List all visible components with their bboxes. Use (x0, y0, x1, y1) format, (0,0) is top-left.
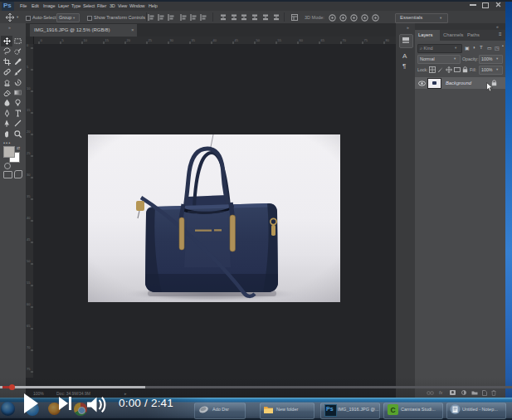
svg-text:30: 30 (27, 173, 31, 177)
svg-text:60: 60 (300, 38, 304, 42)
svg-text:25: 25 (27, 151, 31, 155)
svg-text:55: 55 (278, 38, 282, 42)
svg-text:80: 80 (386, 38, 390, 42)
svg-text:30: 30 (170, 38, 174, 42)
svg-text:75: 75 (364, 38, 368, 42)
svg-text:20: 20 (27, 129, 31, 134)
svg-text:25: 25 (149, 38, 153, 42)
svg-text:20: 20 (127, 38, 131, 42)
svg-text:5: 5 (27, 65, 29, 69)
svg-text:40: 40 (27, 216, 31, 220)
svg-text:65: 65 (27, 324, 31, 328)
svg-text:10: 10 (27, 86, 31, 90)
svg-text:75: 75 (27, 367, 31, 371)
svg-text:35: 35 (192, 38, 196, 42)
svg-text:15: 15 (105, 38, 110, 42)
svg-text:10: 10 (84, 38, 88, 42)
svg-text:60: 60 (27, 302, 31, 306)
svg-text:70: 70 (343, 38, 347, 42)
svg-text:50: 50 (27, 259, 31, 263)
svg-text:45: 45 (27, 237, 31, 242)
svg-text:15: 15 (27, 108, 31, 112)
svg-text:35: 35 (27, 194, 31, 198)
svg-text:0: 0 (41, 38, 43, 42)
svg-text:40: 40 (213, 38, 217, 42)
svg-text:50: 50 (256, 38, 261, 42)
svg-text:45: 45 (235, 38, 239, 42)
svg-text:65: 65 (321, 38, 325, 42)
svg-text:55: 55 (27, 281, 31, 285)
svg-text:5: 5 (62, 38, 65, 42)
svg-text:70: 70 (27, 345, 31, 349)
